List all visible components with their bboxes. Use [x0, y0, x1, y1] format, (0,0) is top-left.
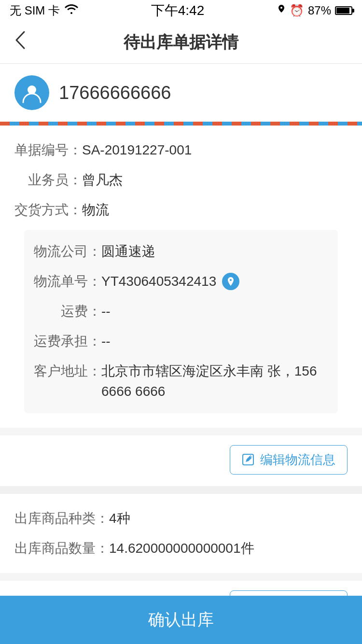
goods-quantity-row: 出库商品数量： 14.620000000000001件 [14, 538, 348, 559]
delivery-row: 交货方式： 物流 [14, 200, 348, 220]
logistics-tracking-label: 物流单号： [34, 271, 101, 292]
goods-section: 出库商品种类： 4种 出库商品数量： 14.620000000000001件 [0, 494, 362, 573]
location-service-icon [277, 4, 286, 17]
freight-value: -- [101, 301, 328, 322]
status-bar: 无 SIM 卡 下午4:42 ⏰ 87% [0, 0, 362, 21]
freight-row: 运费： -- [34, 301, 328, 322]
delivery-label: 交货方式： [14, 200, 82, 220]
document-number-value: SA-20191227-001 [82, 140, 348, 160]
document-number-label: 单据编号： [14, 140, 82, 160]
delivery-value: 物流 [82, 200, 348, 220]
section-divider [0, 486, 362, 494]
freight-bear-label: 运费承担： [34, 331, 101, 351]
map-location-icon[interactable] [222, 273, 239, 290]
goods-quantity-value: 14.620000000000001件 [109, 538, 348, 559]
dashed-separator [0, 122, 362, 126]
staff-value: 曾凡杰 [82, 170, 348, 190]
confirm-button[interactable]: 确认出库 [0, 596, 362, 644]
logistics-card: 物流公司： 圆通速递 物流单号： YT4306405342413 运费： -- [24, 230, 338, 413]
nav-bar: 待出库单据详情 [0, 21, 362, 64]
edit-logistics-label: 编辑物流信息 [260, 451, 335, 468]
staff-row: 业务员： 曾凡杰 [14, 170, 348, 190]
edit-logistics-row: 编辑物流信息 [0, 435, 362, 486]
staff-label: 业务员： [14, 170, 82, 190]
user-header: 17666666666 [0, 64, 362, 122]
logistics-company-value: 圆通速递 [101, 241, 328, 262]
user-phone: 17666666666 [59, 83, 171, 103]
freight-bear-value: -- [101, 331, 328, 351]
freight-bear-row: 运费承担： -- [34, 331, 328, 351]
alarm-icon: ⏰ [290, 4, 304, 17]
goods-type-row: 出库商品种类： 4种 [14, 508, 348, 529]
edit-icon [242, 453, 255, 467]
status-right: ⏰ 87% [277, 4, 352, 17]
edit-logistics-button[interactable]: 编辑物流信息 [230, 445, 348, 475]
goods-type-value: 4种 [109, 508, 348, 529]
sim-text: 无 SIM 卡 [10, 3, 60, 18]
customer-address-label: 客户地址： [34, 361, 101, 381]
back-button[interactable] [14, 31, 25, 54]
document-info-section: 单据编号： SA-20191227-001 业务员： 曾凡杰 交货方式： 物流 … [0, 126, 362, 428]
page-title: 待出库单据详情 [124, 31, 238, 54]
logistics-tracking-row: 物流单号： YT4306405342413 [34, 271, 328, 292]
status-time: 下午4:42 [151, 1, 205, 20]
battery-text: 87% [308, 4, 331, 17]
battery-icon [335, 6, 352, 15]
goods-type-label: 出库商品种类： [14, 508, 109, 529]
avatar [14, 75, 49, 110]
goods-quantity-label: 出库商品数量： [14, 538, 109, 559]
svg-point-0 [28, 85, 36, 94]
document-number-row: 单据编号： SA-20191227-001 [14, 140, 348, 160]
logistics-company-row: 物流公司： 圆通速递 [34, 241, 328, 262]
confirm-button-label: 确认出库 [148, 609, 214, 631]
logistics-tracking-value: YT4306405342413 [101, 271, 239, 292]
content: 17666666666 单据编号： SA-20191227-001 业务员： 曾… [0, 64, 362, 644]
freight-label: 运费： [34, 301, 101, 322]
wifi-icon [65, 4, 78, 17]
status-left: 无 SIM 卡 [10, 3, 78, 18]
customer-address-row: 客户地址： 北京市市辖区海淀区永丰南 张，156 6666 6666 [34, 361, 328, 402]
logistics-company-label: 物流公司： [34, 241, 101, 262]
customer-address-value: 北京市市辖区海淀区永丰南 张，156 6666 6666 [101, 361, 328, 402]
